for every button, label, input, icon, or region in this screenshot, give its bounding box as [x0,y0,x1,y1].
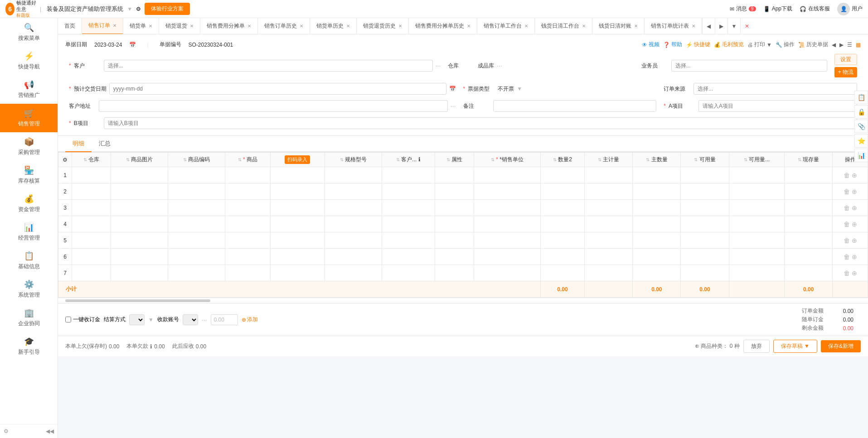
row-product-code[interactable] [168,216,225,232]
customer-address-input[interactable] [99,100,448,112]
row-main-qty[interactable] [633,265,681,281]
row-product[interactable] [225,232,271,249]
next-record-icon[interactable]: ▶ [839,42,844,48]
sidebar-item-search[interactable]: 🔍 搜索菜单 [0,18,58,47]
row-scan[interactable] [270,249,325,265]
row-warehouse[interactable] [72,232,111,249]
side-icon-4[interactable]: ⭐ [854,134,868,148]
side-icon-1[interactable]: 📋 [854,91,868,104]
tab-more-button[interactable]: ▼ [727,18,740,34]
row-spec[interactable] [325,200,382,216]
side-icon-5[interactable]: 📊 [854,149,868,162]
copy-row-button[interactable]: ⊕ [852,237,857,244]
tab-close-icon[interactable]: ✕ [190,24,194,29]
tab-close-icon[interactable]: ✕ [300,24,303,29]
row-main-unit[interactable] [585,249,633,265]
row-product-image[interactable] [111,200,168,216]
side-icon-2[interactable]: 🔒 [854,105,868,119]
add-link[interactable]: ⊕ 添加 [242,316,258,323]
row-quantity2[interactable] [540,232,584,249]
row-attributes[interactable] [435,200,474,216]
row-spec[interactable] [325,216,382,232]
copy-row-button[interactable]: ⊕ [852,221,857,228]
row-warehouse[interactable] [72,249,111,265]
tab-sales-stats[interactable]: 销售订单统计表 ✕ [645,18,702,34]
view-link[interactable]: 👁 视频 [642,41,659,48]
row-main-unit[interactable] [585,183,633,200]
user-menu[interactable]: 👤 用户 [837,3,863,15]
tab-sales-bill[interactable]: 销货单 ✕ [123,18,159,34]
remark-input[interactable] [493,100,657,112]
salesperson-input[interactable] [671,60,827,72]
row-attributes[interactable] [435,216,474,232]
delete-row-button[interactable]: 🗑 [844,204,850,212]
quick-collect-checkbox[interactable] [65,317,71,322]
tab-detail[interactable]: 明细 [65,136,92,152]
row-scan[interactable] [270,200,325,216]
row-product[interactable] [225,216,271,232]
print-link[interactable]: 🖨 打印 ▼ [747,41,772,48]
side-icon-3[interactable]: 📎 [854,120,868,133]
row-attributes[interactable] [435,232,474,249]
b-project-input[interactable] [104,117,857,129]
add-item-button[interactable]: + 物流 [834,67,857,77]
tab-sales-fee[interactable]: 销售费用分摊单 ✕ [200,18,258,34]
discard-button[interactable]: 放弃 [743,340,770,353]
row-available2[interactable] [729,167,785,183]
sidebar-item-system[interactable]: ⚙️ 系统管理 [0,275,58,303]
tab-close-icon[interactable]: ✕ [467,24,470,29]
row-available[interactable] [681,200,729,216]
tab-sales-bill-history[interactable]: 销货单历史 ✕ [310,18,357,34]
operate-link[interactable]: 🔧 操作 [776,41,795,48]
row-available[interactable] [681,265,729,281]
row-available2[interactable] [729,249,785,265]
row-product[interactable] [225,167,271,183]
row-product-code[interactable] [168,249,225,265]
tab-close-icon[interactable]: ✕ [346,24,350,29]
row-spec[interactable] [325,183,382,200]
row-sales-unit[interactable] [474,200,540,216]
row-available2[interactable] [729,200,785,216]
order-source-input[interactable] [693,83,857,95]
row-product-image[interactable] [111,249,168,265]
scrollbar[interactable] [65,299,210,302]
grid-view-icon[interactable]: ▦ [856,42,861,48]
sidebar-item-enterprise[interactable]: 🏢 企业协同 [0,303,58,332]
row-scan[interactable] [270,167,325,183]
row-main-qty[interactable] [633,167,681,183]
account-no-select[interactable] [183,314,198,325]
row-product-code[interactable] [168,200,225,216]
row-customer-no[interactable] [382,216,435,232]
row-warehouse[interactable] [72,183,111,200]
row-sales-unit[interactable] [474,265,540,281]
row-stock[interactable] [785,183,833,200]
shortcut-link[interactable]: ⚡ 快捷键 [686,41,710,48]
invoice-dropdown-icon[interactable]: ▼ [517,86,522,92]
row-quantity2[interactable] [540,183,584,200]
row-main-qty[interactable] [633,232,681,249]
row-product-image[interactable] [111,216,168,232]
copy-row-button[interactable]: ⊕ [852,270,857,277]
row-attributes[interactable] [435,265,474,281]
row-scan[interactable] [270,183,325,200]
row-sales-unit[interactable] [474,232,540,249]
customer-more-icon[interactable]: ··· [436,62,441,69]
tab-cash-reconcile[interactable]: 钱货日清对账 ✕ [592,18,645,34]
tab-summary[interactable]: 汇总 [92,136,118,152]
amount-input[interactable] [211,314,238,325]
row-quantity2[interactable] [540,200,584,216]
tab-prev-button[interactable]: ◀ [702,18,715,34]
delete-row-button[interactable]: 🗑 [844,253,850,260]
settings-icon[interactable]: ⚙ [136,6,141,12]
address-more-icon[interactable]: ··· [451,102,456,110]
solution-button[interactable]: 体验行业方案 [145,3,190,15]
row-customer-no[interactable] [382,183,435,200]
row-warehouse[interactable] [72,216,111,232]
delete-row-button[interactable]: 🗑 [844,172,850,179]
row-available2[interactable] [729,216,785,232]
row-warehouse[interactable] [72,265,111,281]
row-available2[interactable] [729,265,785,281]
row-main-unit[interactable] [585,200,633,216]
setting-button[interactable]: 设置 [834,54,857,65]
row-warehouse[interactable] [72,200,111,216]
